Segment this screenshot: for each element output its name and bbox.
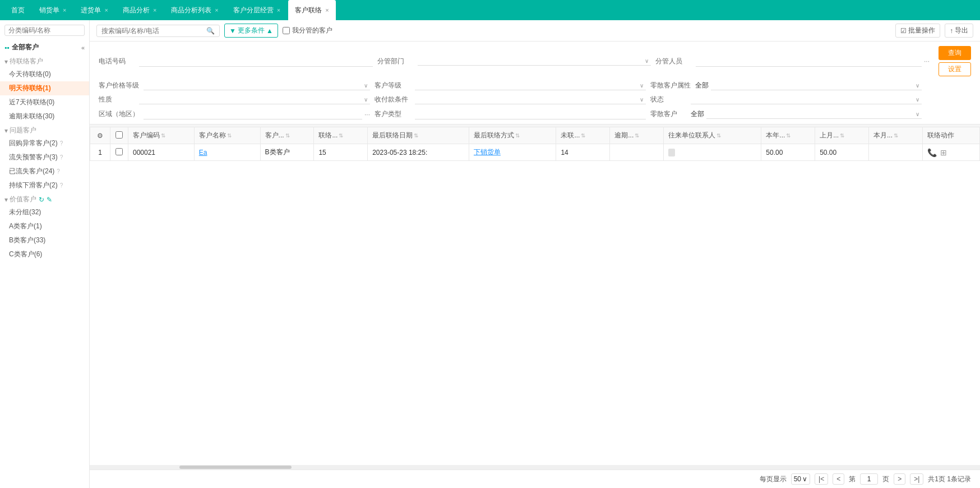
close-icon[interactable]: × <box>277 7 280 13</box>
first-page-button[interactable]: |< <box>815 473 828 485</box>
batch-operation-button[interactable]: ☑ 批量操作 <box>895 24 940 38</box>
prev-page-button[interactable]: < <box>833 473 844 485</box>
sidebar-item-churned[interactable]: 已流失客户(24) ? <box>0 164 89 178</box>
arrow-icon: ▾ <box>4 58 8 66</box>
more-filter-button[interactable]: ▼ 更多条件 ▲ <box>224 24 278 38</box>
group-problem-customers[interactable]: ▾ 问题客户 <box>0 123 89 136</box>
select-all-checkbox[interactable] <box>115 131 123 139</box>
my-customers-checkbox-label[interactable]: 我分管的客户 <box>283 26 332 35</box>
help-icon: ? <box>60 140 63 146</box>
filter-person-input[interactable] <box>696 56 922 67</box>
close-icon[interactable]: × <box>104 7 108 13</box>
close-icon[interactable]: × <box>63 7 66 13</box>
group-value-customers[interactable]: ▾ 价值客户 ↻ ✎ <box>0 192 89 205</box>
filter-sparse-cust-select[interactable]: ∨ <box>706 110 922 119</box>
sidebar-item-ungrouped[interactable]: 未分组(32) <box>0 205 89 219</box>
filter-row-4: 区域（地区） ··· 客户类型 零散客户 全部 ∨ <box>99 109 971 119</box>
filter-status-label: 状态 <box>650 95 686 104</box>
filter-nature-select[interactable]: ∨ <box>139 95 370 104</box>
filter-payment-select[interactable]: ∨ <box>415 95 646 104</box>
customer-name-link[interactable]: Ea <box>199 149 207 156</box>
collapse-btn[interactable]: « <box>81 44 85 51</box>
close-icon[interactable]: × <box>325 7 329 13</box>
horizontal-scrollbar[interactable] <box>90 465 980 469</box>
col-checkbox[interactable] <box>110 127 128 144</box>
nav-customer-contact[interactable]: 客户联络 × <box>288 0 335 20</box>
export-button[interactable]: ↑ 导出 <box>945 24 973 38</box>
nav-sales-order[interactable]: 销货单 × <box>33 0 73 20</box>
sidebar-item-today[interactable]: 今天待联络(0) <box>0 67 89 81</box>
sidebar-item-abnormal-repurchase[interactable]: 回购异常客户(2) ? <box>0 136 89 150</box>
sidebar-item-class-a[interactable]: A类客户(1) <box>0 219 89 233</box>
sidebar-item-churn-warning[interactable]: 流失预警客户(3) ? <box>0 150 89 164</box>
filter-row-1: 电话号码 分管部门 ∨ 分管人员 ··· 查询 设置 <box>99 46 971 76</box>
row-checkbox[interactable] <box>115 148 123 155</box>
filter-payment-label: 收付款条件 <box>375 95 410 104</box>
sidebar-item-overdue[interactable]: 逾期未联络(30) <box>0 109 89 123</box>
filter-sparse-attr-select[interactable]: ∨ <box>711 81 922 90</box>
my-customers-checkbox[interactable] <box>283 27 290 34</box>
filter-price-select[interactable]: ∨ <box>144 81 370 90</box>
filter-cust-type-input[interactable] <box>415 109 646 119</box>
filter-dots-icon[interactable]: ··· <box>924 57 930 65</box>
last-contact-type-link[interactable]: 下销货单 <box>474 148 501 156</box>
phone-action-icon[interactable]: 📞 <box>927 148 937 157</box>
query-button[interactable]: 查询 <box>939 46 971 60</box>
filter-region: 区域（地区） ··· <box>99 109 370 119</box>
sort-icon: ⇅ <box>161 132 165 139</box>
pagination-footer: 每页显示 50 ∨ |< < 第 页 > >| 共1页 1条记录 <box>90 469 980 488</box>
filter-dept-select[interactable]: ∨ <box>418 57 651 66</box>
all-customers-header[interactable]: ▪▪ 全部客户 « <box>0 40 89 54</box>
sidebar-search-box[interactable]: 🔍 <box>4 25 85 36</box>
col-contact-person: 往来单位联系人⇅ <box>664 127 761 144</box>
filter-phone-input[interactable] <box>139 56 373 67</box>
help-icon: ? <box>60 154 63 160</box>
col-name: 客户名称⇅ <box>194 127 260 144</box>
refresh-icon[interactable]: ↻ <box>39 196 44 204</box>
nav-product-analysis-list[interactable]: 商品分析列表 × <box>164 0 225 20</box>
arrow-icon: ▾ <box>4 196 8 204</box>
filter-status-select[interactable]: ∨ <box>691 95 922 104</box>
contact-person-tag <box>668 149 675 156</box>
nav-product-analysis[interactable]: 商品分析 × <box>116 0 163 20</box>
page-number-input[interactable] <box>860 473 878 485</box>
nav-customer-stratification[interactable]: 客户分层经营 × <box>226 0 287 20</box>
filter-region-input[interactable] <box>144 109 362 119</box>
cell-name[interactable]: Ea <box>194 144 260 161</box>
filter-person: 分管人员 ··· <box>655 56 930 67</box>
filter-sparse-attr: 零散客户属性 全部 ∨ <box>650 81 922 90</box>
reset-button[interactable]: 设置 <box>939 62 971 76</box>
cell-checkbox[interactable] <box>110 144 128 161</box>
per-page-select[interactable]: 50 ∨ <box>791 473 810 485</box>
close-icon[interactable]: × <box>153 7 156 13</box>
cell-last-type[interactable]: 下销货单 <box>469 144 556 161</box>
filter-region-dots-icon[interactable]: ··· <box>364 111 370 118</box>
search-box[interactable]: 🔍 <box>96 25 220 37</box>
next-page-button[interactable]: > <box>894 473 905 485</box>
sidebar-item-declining[interactable]: 持续下滑客户(2) ? <box>0 178 89 192</box>
sidebar-search-input[interactable] <box>8 26 90 34</box>
edit-icon[interactable]: ✎ <box>47 196 52 204</box>
col-action: 联络动作 <box>922 127 979 144</box>
nav-home[interactable]: 首页 <box>4 0 31 20</box>
filter-icon: ▼ <box>229 27 236 35</box>
grid-action-icon[interactable]: ⊞ <box>940 148 947 157</box>
cell-code: 000021 <box>128 144 195 161</box>
close-icon[interactable]: × <box>215 7 218 13</box>
scrollbar-thumb[interactable] <box>179 466 292 469</box>
sidebar-item-class-c[interactable]: C类客户(6) <box>0 247 89 261</box>
sort-icon: ⇅ <box>515 132 520 139</box>
search-icon[interactable]: 🔍 <box>206 27 215 35</box>
col-contact: 联络...⇅ <box>314 127 368 144</box>
sidebar-item-7days[interactable]: 近7天待联络(0) <box>0 95 89 109</box>
sidebar-item-class-b[interactable]: B类客户(33) <box>0 233 89 247</box>
col-settings[interactable]: ⚙ <box>90 127 110 144</box>
group-pending-contact[interactable]: ▾ 待联络客户 <box>0 54 89 67</box>
filter-sparse-cust-value: 全部 <box>691 109 704 119</box>
search-input[interactable] <box>101 27 206 35</box>
col-type: 客户...⇅ <box>260 127 314 144</box>
nav-purchase-order[interactable]: 进货单 × <box>74 0 114 20</box>
last-page-button[interactable]: >| <box>910 473 923 485</box>
filter-cust-level-select[interactable]: ∨ <box>415 81 646 90</box>
sidebar-item-tomorrow[interactable]: 明天待联络(1) <box>0 81 89 95</box>
